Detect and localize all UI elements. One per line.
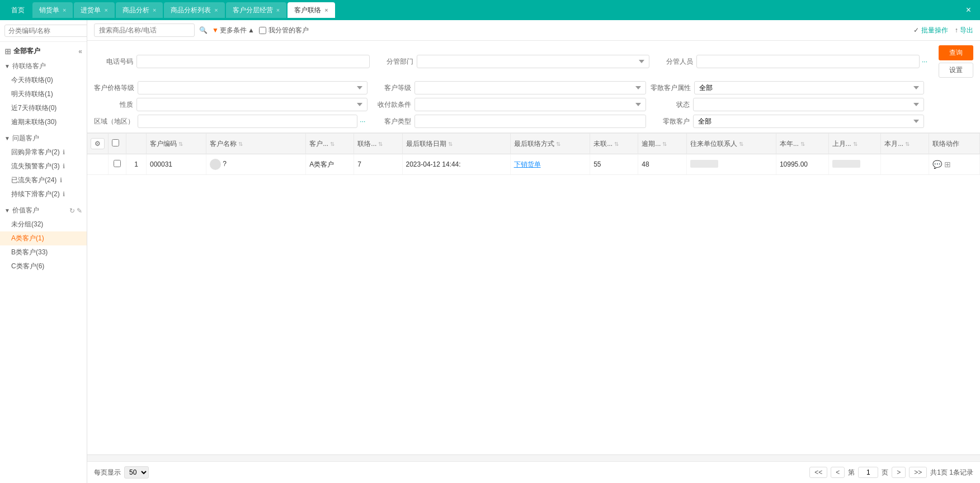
prev-page-button[interactable]: < <box>831 467 845 478</box>
edit-icon[interactable]: ✎ <box>77 207 82 215</box>
sidebar-item-churned[interactable]: 已流失客户(24) ℹ <box>0 173 87 187</box>
th-unit-contact: 往来单位联系人 ⇅ <box>686 134 776 154</box>
per-page-select[interactable]: 50 <box>124 466 149 479</box>
page-number-input[interactable] <box>858 467 878 478</box>
close-purchase-tab[interactable]: × <box>104 7 107 13</box>
filter-person-input[interactable] <box>696 55 920 68</box>
th-no <box>126 134 147 154</box>
sidebar-item-a-class[interactable]: A类客户(1) <box>0 231 87 245</box>
sidebar-item-abnormal-repurchase[interactable]: 回购异常客户(2) ℹ <box>0 145 87 159</box>
batch-op-button[interactable]: ✓ 批量操作 <box>913 26 948 35</box>
sidebar-item-week-contact[interactable]: 近7天待联络(0) <box>0 101 87 115</box>
sidebar-item-unclassified[interactable]: 未分组(32) <box>0 217 87 231</box>
last-method-link[interactable]: 下销货单 <box>514 160 541 168</box>
td-unit-contact <box>686 154 776 175</box>
sort-last-date-icon[interactable]: ⇅ <box>448 141 453 147</box>
sort-last-method-icon[interactable]: ⇅ <box>556 141 560 147</box>
query-button[interactable]: 查询 <box>939 45 973 60</box>
close-analysis-list-tab[interactable]: × <box>214 7 218 13</box>
filter-retail: 零散客户 全部 <box>651 115 924 128</box>
filter-status: 状态 <box>651 98 924 111</box>
more-filters-button[interactable]: ▼ 更多条件 ▲ <box>212 26 255 35</box>
tab-sales[interactable]: 销货单 × <box>32 2 73 18</box>
filter-person-dots[interactable]: ··· <box>920 58 930 65</box>
tab-purchase[interactable]: 进货单 × <box>74 2 114 18</box>
my-customers-checkbox[interactable]: 我分管的客户 <box>259 26 309 35</box>
right-actions: ✓ 批量操作 ↑ 导出 <box>913 26 973 35</box>
filter-phone-label: 电话号码 <box>94 57 133 67</box>
select-all-checkbox[interactable] <box>112 139 119 146</box>
filter-price-level-label: 客户价格等级 <box>94 83 134 93</box>
sort-overdue-icon[interactable]: ⇅ <box>662 141 667 147</box>
sort-last-month-icon[interactable]: ⇅ <box>853 141 858 147</box>
sidebar-search-input[interactable] <box>4 25 87 37</box>
filter-retail-attr-select[interactable]: 全部 <box>694 81 924 94</box>
sidebar-item-c-class[interactable]: C类客户(6) <box>0 259 87 273</box>
filter-region-dots[interactable]: ··· <box>357 117 368 125</box>
sort-this-month-icon[interactable]: ⇅ <box>905 141 910 147</box>
sidebar-item-declining[interactable]: 持续下滑客户(2) ℹ <box>0 187 87 201</box>
tab-analysis-list[interactable]: 商品分析列表 × <box>164 2 224 18</box>
sidebar-item-b-class[interactable]: B类客户(33) <box>0 245 87 259</box>
sidebar-item-overdue-contact[interactable]: 逾期未联络(30) <box>0 115 87 129</box>
close-all-tabs[interactable]: × <box>962 5 976 15</box>
filter-dept-select[interactable] <box>417 55 650 68</box>
sort-this-year-icon[interactable]: ⇅ <box>800 141 805 147</box>
tab-customer-contact[interactable]: 客户联络 × <box>288 2 334 18</box>
sort-contact-icon[interactable]: ⇅ <box>378 141 383 147</box>
chat-icon[interactable]: 💬 <box>932 160 942 169</box>
value-customer-group[interactable]: ▼ 价值客户 ↻ ✎ <box>0 203 87 217</box>
table-container: ⚙ 客户编码 ⇅ <box>87 133 980 454</box>
my-customers-check[interactable] <box>259 27 266 34</box>
filter-status-select[interactable] <box>693 98 924 111</box>
filter-search-button[interactable]: 🔍 <box>199 26 208 34</box>
sort-type-icon[interactable]: ⇅ <box>330 141 334 147</box>
sidebar-item-churn-warning[interactable]: 流失预警客户(3) ℹ <box>0 159 87 173</box>
close-sales-tab[interactable]: × <box>63 7 66 13</box>
row-checkbox[interactable] <box>114 160 121 167</box>
filter-region-label: 区域（地区） <box>94 117 134 126</box>
table-settings-button[interactable]: ⚙ <box>91 138 105 149</box>
filter-customer-level-select[interactable] <box>414 81 646 94</box>
td-type: A类客户 <box>306 154 354 175</box>
sort-name-icon[interactable]: ⇅ <box>238 141 243 147</box>
filter-customer-type-label: 客户类型 <box>372 117 411 126</box>
export-button[interactable]: ↑ 导出 <box>955 26 973 35</box>
filter-status-wrap <box>693 98 924 111</box>
problem-customer-group[interactable]: ▼ 问题客户 <box>0 131 87 145</box>
close-analysis-tab[interactable]: × <box>153 7 156 13</box>
last-page-button[interactable]: >> <box>909 467 927 478</box>
sort-unit-contact-icon[interactable]: ⇅ <box>739 141 743 147</box>
filter-phone-input[interactable] <box>136 55 370 68</box>
td-this-month <box>881 154 929 175</box>
qr-icon[interactable]: ⊞ <box>944 160 951 169</box>
tab-customer-tier[interactable]: 客户分层经营 × <box>226 2 286 18</box>
pending-contact-section: ▼ 待联络客户 今天待联络(0) 明天待联络(1) 近7天待联络(0) 逾期未联… <box>0 58 87 130</box>
sidebar-collapse-icon[interactable]: « <box>78 48 82 55</box>
sort-code-icon[interactable]: ⇅ <box>178 141 183 147</box>
filter-customer-type-input[interactable] <box>414 115 646 128</box>
refresh-icon[interactable]: ↻ <box>69 207 75 215</box>
next-page-button[interactable]: > <box>892 467 906 478</box>
filter-region-input[interactable] <box>138 115 357 128</box>
pending-contact-group[interactable]: ▼ 待联络客户 <box>0 59 87 73</box>
filter-retail-select[interactable]: 全部 <box>693 115 924 128</box>
close-customer-contact-tab[interactable]: × <box>324 7 328 13</box>
sidebar-item-tomorrow-contact[interactable]: 明天待联络(1) <box>0 87 87 101</box>
close-customer-tier-tab[interactable]: × <box>276 7 280 13</box>
bottom-scrollbar[interactable] <box>87 454 980 461</box>
tab-analysis[interactable]: 商品分析 × <box>116 2 163 18</box>
filter-payment-select[interactable] <box>414 98 646 111</box>
th-last-method-label: 最后联络方式 <box>514 139 554 149</box>
customer-table: ⚙ 客户编码 ⇅ <box>87 134 980 175</box>
first-page-button[interactable]: << <box>809 467 827 478</box>
setting-button[interactable]: 设置 <box>939 63 973 78</box>
filter-nature-select[interactable] <box>136 98 368 111</box>
sort-no-contact-icon[interactable]: ⇅ <box>614 141 619 147</box>
th-no-contact-label: 未联... <box>593 139 613 149</box>
filter-search-input[interactable] <box>94 23 195 37</box>
tab-home[interactable]: 首页 <box>4 2 31 18</box>
sidebar-item-today-contact[interactable]: 今天待联络(0) <box>0 73 87 87</box>
filter-price-level-select[interactable] <box>138 81 368 94</box>
filter-status-label: 状态 <box>651 100 690 110</box>
